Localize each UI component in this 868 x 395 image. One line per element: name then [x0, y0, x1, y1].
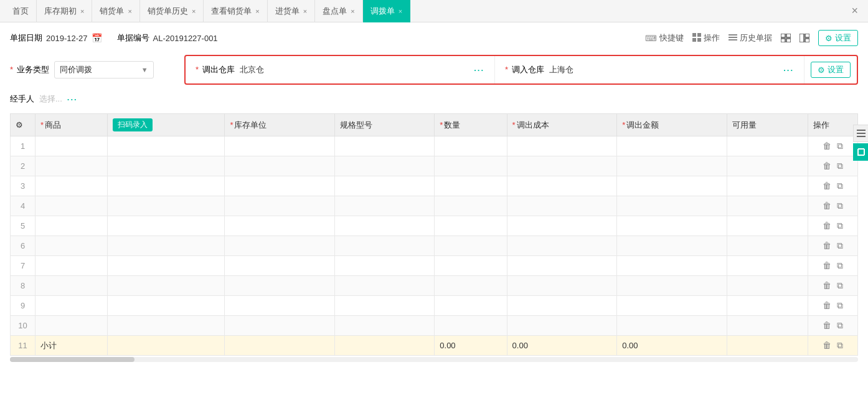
- cell-cost[interactable]: [507, 316, 617, 336]
- cell-amount[interactable]: [617, 156, 727, 176]
- warehouse-in-more-button[interactable]: ···: [783, 65, 794, 75]
- layout-icon-1[interactable]: [781, 34, 791, 42]
- tab-inventory-init-close[interactable]: ×: [80, 7, 84, 15]
- copy-icon[interactable]: ⧉: [837, 181, 843, 191]
- cell-unit[interactable]: [225, 276, 335, 296]
- scrollbar-thumb[interactable]: [10, 357, 134, 362]
- copy-icon[interactable]: ⧉: [837, 260, 843, 270]
- tab-sales-history[interactable]: 销货单历史 ×: [140, 0, 204, 22]
- cell-product[interactable]: [35, 236, 108, 256]
- scan-button[interactable]: 扫码录入: [113, 118, 153, 131]
- tab-sales-order-close[interactable]: ×: [128, 7, 131, 15]
- copy-icon[interactable]: ⧉: [837, 201, 843, 211]
- cell-unit[interactable]: [225, 196, 335, 216]
- cell-cost[interactable]: [507, 176, 617, 196]
- tab-sales-history-close[interactable]: ×: [192, 7, 196, 15]
- tab-inventory-init[interactable]: 库存期初 ×: [37, 0, 92, 22]
- cell-unit[interactable]: [225, 136, 335, 156]
- warehouse-out-more-button[interactable]: ···: [474, 65, 484, 75]
- settings-button[interactable]: ⚙ 设置: [818, 30, 858, 46]
- cell-amount[interactable]: [617, 296, 727, 316]
- cell-unit[interactable]: [225, 236, 335, 256]
- copy-icon[interactable]: ⧉: [837, 280, 843, 290]
- delete-icon[interactable]: 🗑: [823, 260, 831, 270]
- tab-view-sales[interactable]: 查看销货单 ×: [204, 0, 267, 22]
- cell-amount[interactable]: [617, 236, 727, 256]
- cell-unit[interactable]: [225, 316, 335, 336]
- copy-icon[interactable]: ⧉: [837, 240, 843, 250]
- history-action[interactable]: 历史单据: [729, 32, 772, 44]
- delete-icon[interactable]: 🗑: [823, 181, 831, 191]
- cell-qty[interactable]: [435, 316, 507, 336]
- cell-amount[interactable]: [617, 276, 727, 296]
- cell-spec[interactable]: [335, 236, 435, 256]
- cell-product[interactable]: [35, 276, 108, 296]
- tab-transfer-close[interactable]: ×: [399, 7, 402, 15]
- window-close-button[interactable]: ×: [846, 4, 863, 17]
- cell-spec[interactable]: [335, 176, 435, 196]
- copy-icon[interactable]: ⧉: [837, 300, 843, 310]
- handler-select[interactable]: 选择...: [39, 93, 62, 105]
- cell-qty[interactable]: [435, 176, 507, 196]
- warehouse-settings-button[interactable]: ⚙ 设置: [811, 62, 851, 78]
- subtotal-delete-icon[interactable]: 🗑: [823, 340, 831, 350]
- copy-icon[interactable]: ⧉: [837, 320, 843, 330]
- calendar-icon[interactable]: 📅: [92, 33, 102, 43]
- layout-icon-2[interactable]: [800, 34, 809, 42]
- operation-action[interactable]: 操作: [692, 32, 720, 44]
- cell-spec[interactable]: [335, 216, 435, 236]
- cell-product[interactable]: [35, 136, 108, 156]
- delete-icon[interactable]: 🗑: [823, 141, 831, 151]
- cell-product[interactable]: [35, 176, 108, 196]
- cell-spec[interactable]: [335, 196, 435, 216]
- delete-icon[interactable]: 🗑: [823, 280, 831, 290]
- cell-qty[interactable]: [435, 236, 507, 256]
- cell-qty[interactable]: [435, 156, 507, 176]
- cell-unit[interactable]: [225, 256, 335, 276]
- copy-icon[interactable]: ⧉: [837, 161, 843, 171]
- cell-unit[interactable]: [225, 156, 335, 176]
- horizontal-scrollbar[interactable]: [10, 357, 858, 362]
- cell-qty[interactable]: [435, 216, 507, 236]
- cell-unit[interactable]: [225, 176, 335, 196]
- delete-icon[interactable]: 🗑: [823, 320, 831, 330]
- delete-icon[interactable]: 🗑: [823, 221, 831, 231]
- cell-cost[interactable]: [507, 276, 617, 296]
- cell-qty[interactable]: [435, 256, 507, 276]
- float-expand-button[interactable]: [853, 143, 868, 161]
- cell-product[interactable]: [35, 156, 108, 176]
- cell-cost[interactable]: [507, 256, 617, 276]
- cell-product[interactable]: [35, 196, 108, 216]
- tab-home[interactable]: 首页: [5, 0, 37, 22]
- cell-qty[interactable]: [435, 136, 507, 156]
- col-gear[interactable]: ⚙: [11, 114, 35, 136]
- cell-cost[interactable]: [507, 296, 617, 316]
- tab-stocktake[interactable]: 盘点单 ×: [315, 0, 362, 22]
- cell-cost[interactable]: [507, 236, 617, 256]
- copy-icon[interactable]: ⧉: [837, 221, 843, 231]
- cell-qty[interactable]: [435, 296, 507, 316]
- cell-product[interactable]: [35, 316, 108, 336]
- cell-amount[interactable]: [617, 216, 727, 236]
- cell-cost[interactable]: [507, 196, 617, 216]
- cell-spec[interactable]: [335, 316, 435, 336]
- cell-cost[interactable]: [507, 136, 617, 156]
- cell-amount[interactable]: [617, 176, 727, 196]
- delete-icon[interactable]: 🗑: [823, 240, 831, 250]
- tab-purchase-order[interactable]: 进货单 ×: [268, 0, 315, 22]
- cell-unit[interactable]: [225, 296, 335, 316]
- shortcut-action[interactable]: ⌨ 快捷键: [645, 32, 684, 44]
- cell-spec[interactable]: [335, 136, 435, 156]
- cell-product[interactable]: [35, 256, 108, 276]
- handler-more-button[interactable]: ···: [67, 95, 78, 104]
- business-type-select[interactable]: 同价调拨 ▼: [54, 61, 154, 79]
- cell-unit[interactable]: [225, 216, 335, 236]
- copy-icon[interactable]: ⧉: [837, 141, 843, 151]
- cell-amount[interactable]: [617, 256, 727, 276]
- cell-qty[interactable]: [435, 196, 507, 216]
- tab-sales-order[interactable]: 销货单 ×: [92, 0, 139, 22]
- cell-spec[interactable]: [335, 156, 435, 176]
- tab-transfer[interactable]: 调拨单 ×: [363, 0, 410, 22]
- cell-spec[interactable]: [335, 276, 435, 296]
- delete-icon[interactable]: 🗑: [823, 201, 831, 211]
